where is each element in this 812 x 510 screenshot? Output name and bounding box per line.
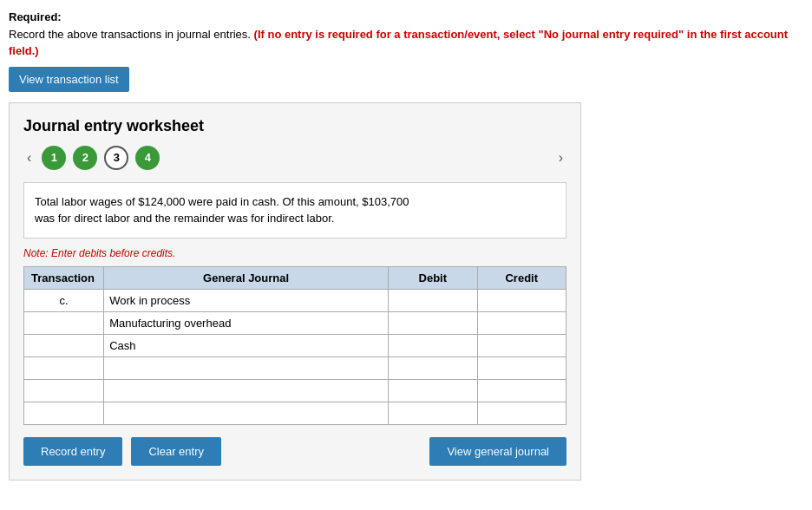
table-row: [24, 311, 566, 334]
credit-cell[interactable]: [477, 289, 566, 311]
general-journal-input[interactable]: [109, 294, 383, 307]
credit-input[interactable]: [483, 407, 561, 420]
debit-cell[interactable]: [389, 356, 477, 379]
col-header-transaction: Transaction: [24, 266, 104, 289]
general-journal-cell[interactable]: [104, 334, 389, 356]
action-buttons-bar: Record entry Clear entry View general jo…: [23, 437, 566, 466]
transaction-cell: [24, 356, 104, 379]
next-arrow[interactable]: ›: [555, 148, 566, 167]
transaction-cell: [24, 334, 104, 356]
general-journal-input[interactable]: [109, 317, 383, 330]
required-line1: Record the above transactions in journal…: [9, 28, 251, 41]
transaction-cell: [24, 379, 104, 402]
scenario-text: Total labor wages of $124,000 were paid …: [35, 195, 409, 226]
col-header-debit: Debit: [389, 266, 477, 289]
debit-cell[interactable]: [389, 311, 477, 334]
tab-2[interactable]: 2: [73, 146, 97, 170]
tab-1[interactable]: 1: [42, 146, 66, 170]
debit-input[interactable]: [394, 407, 471, 420]
credit-input[interactable]: [483, 317, 561, 330]
credit-cell[interactable]: [477, 379, 566, 402]
credit-cell[interactable]: [477, 311, 566, 334]
credit-input[interactable]: [483, 339, 561, 352]
tab-3[interactable]: 3: [104, 146, 128, 170]
required-label: Required:: [9, 10, 62, 23]
general-journal-cell[interactable]: [104, 311, 389, 334]
debit-cell[interactable]: [389, 289, 477, 311]
general-journal-cell[interactable]: [104, 379, 389, 402]
clear-entry-button[interactable]: Clear entry: [131, 437, 221, 466]
record-entry-button[interactable]: Record entry: [23, 437, 122, 466]
table-row: [24, 334, 566, 356]
debit-input[interactable]: [394, 317, 471, 330]
table-row: [24, 356, 566, 379]
general-journal-input[interactable]: [109, 339, 383, 352]
view-transaction-button[interactable]: View transaction list: [9, 67, 129, 92]
credit-cell[interactable]: [477, 356, 566, 379]
transaction-cell: [24, 311, 104, 334]
debit-input[interactable]: [394, 294, 471, 307]
credit-input[interactable]: [483, 294, 561, 307]
general-journal-cell[interactable]: [104, 356, 389, 379]
debit-input[interactable]: [394, 362, 471, 375]
debit-cell[interactable]: [389, 379, 477, 402]
table-row: c.: [24, 289, 566, 311]
view-general-journal-button[interactable]: View general journal: [429, 437, 566, 466]
general-journal-cell[interactable]: [104, 402, 389, 424]
credit-cell[interactable]: [477, 334, 566, 356]
general-journal-input[interactable]: [109, 384, 383, 397]
transaction-cell: c.: [24, 289, 104, 311]
general-journal-input[interactable]: [109, 407, 383, 420]
table-row: [24, 379, 566, 402]
debit-input[interactable]: [394, 384, 471, 397]
scenario-box: Total labor wages of $124,000 were paid …: [23, 182, 566, 239]
journal-table: Transaction General Journal Debit Credit…: [23, 266, 566, 425]
general-journal-input[interactable]: [109, 362, 383, 375]
prev-arrow[interactable]: ‹: [23, 148, 35, 167]
note-text: Note: Enter debits before credits.: [23, 247, 566, 259]
tab-navigation: ‹ 1 2 3 4 ›: [23, 146, 566, 170]
debit-cell[interactable]: [389, 402, 477, 424]
worksheet-container: Journal entry worksheet ‹ 1 2 3 4 › Tota…: [9, 102, 581, 481]
required-section: Required: Record the above transactions …: [9, 9, 803, 60]
credit-cell[interactable]: [477, 402, 566, 424]
tab-4[interactable]: 4: [135, 146, 160, 170]
credit-input[interactable]: [483, 362, 561, 375]
transaction-cell: [24, 402, 104, 424]
debit-input[interactable]: [394, 339, 471, 352]
worksheet-title: Journal entry worksheet: [23, 117, 566, 135]
col-header-general-journal: General Journal: [104, 266, 389, 289]
general-journal-cell[interactable]: [104, 289, 389, 311]
table-row: [24, 402, 566, 424]
col-header-credit: Credit: [477, 266, 566, 289]
credit-input[interactable]: [483, 384, 561, 397]
debit-cell[interactable]: [389, 334, 477, 356]
